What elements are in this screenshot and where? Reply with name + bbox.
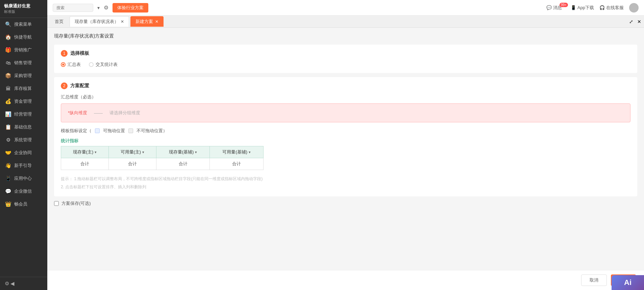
sidebar-menu: 🔍 搜索菜单 🏠 快捷导航 🎁 营销推广 🛍 销售管理 📦 采购管理 🏛 库存核… [0,18,47,277]
template-radio-group: 汇总表 交叉统计表 [61,62,630,68]
dimension-placeholder[interactable]: 请选择分组维度 [109,110,140,116]
purchase-icon: 📦 [5,73,11,79]
sidebar-item-label: 应用中心 [14,175,32,182]
sidebar-logo: 畅康通好生意 标准版 [0,0,47,18]
stats-col-0-label: 现存量(主) [73,149,94,155]
tab-inventory-status-close[interactable]: ✕ [121,19,124,24]
sidebar-item-label: 快捷导航 [14,34,32,40]
sidebar-collapse-icon[interactable]: ◀ [10,281,15,287]
sidebar-settings-icon[interactable]: ⚙ [5,281,9,287]
stats-col-1[interactable]: 可用量(主) ▾ [108,146,156,158]
sidebar-item-wechat[interactable]: 💬 企业微信 [0,185,47,198]
online-service-label: 在线客服 [606,5,624,11]
ai-badge[interactable]: Ai [612,275,644,290]
indicator-movable-label: 可拖动位置 [103,128,125,134]
stats-col-2-dropdown[interactable]: ▾ [195,150,197,154]
cancel-button[interactable]: 取消 [581,274,607,286]
sidebar-item-label: 企业协同 [14,150,32,156]
trial-button[interactable]: 体验行业方案 [113,3,148,13]
step2-num: 2 [61,82,68,89]
sidebar-item-marketing[interactable]: 🎁 营销推广 [0,44,47,56]
system-icon: ⚙ [5,137,11,143]
sidebar-item-new-guide[interactable]: 👋 新手引导 [0,159,47,172]
sidebar-item-quick-nav[interactable]: 🏠 快捷导航 [0,31,47,44]
online-service-badge[interactable]: 🎧 在线客服 [599,5,624,11]
online-service-icon: 🎧 [599,5,605,10]
hint-2: 2. 点击标题栏下拉可设置排序、插入列和删除列 [61,183,630,191]
sidebar-item-label: 销售管理 [14,60,32,66]
page-title: 现存量(库存状况表)方案设置 [54,33,637,39]
messages-badge[interactable]: 💬 消息 99+ [546,5,565,11]
step1-header: 1 选择模板 [61,50,630,57]
member-icon: 👑 [5,201,11,207]
radio-cross[interactable]: 交叉统计表 [89,62,118,68]
topbar-dropdown-icon[interactable]: ▾ [97,5,100,10]
sidebar-item-label: 库存核算 [14,86,32,92]
stats-cell-0: 合计 [61,158,109,170]
sidebar-item-inventory[interactable]: 🏛 库存核算 [0,82,47,95]
sidebar-item-label: 系统管理 [14,137,32,143]
save-plan-row: 方案保存(可选) [54,200,637,207]
tab-maximize-icon[interactable]: ⤢ [629,19,633,24]
summary-dim-label: 汇总维度（必选） [61,94,630,100]
sidebar-item-sales[interactable]: 🛍 销售管理 [0,56,47,69]
topbar: ▾ ⚙ 体验行业方案 💬 消息 99+ 📱 App下载 🎧 在线客服 [47,0,644,16]
save-plan-label: 方案保存(可选) [61,200,91,207]
radio-cross-label: 交叉统计表 [96,62,118,68]
ai-badge-label: Ai [624,278,631,287]
tab-close-all-icon[interactable]: ✕ [637,19,641,24]
stats-col-1-dropdown[interactable]: ▾ [142,150,144,154]
save-plan-checkbox[interactable] [54,201,59,206]
sidebar-item-search-menu[interactable]: 🔍 搜索菜单 [0,18,47,31]
tab-new-plan[interactable]: 新建方案 ✕ [130,16,164,27]
topbar-settings-icon[interactable]: ⚙ [104,4,108,11]
stats-col-3-dropdown[interactable]: ▾ [249,150,251,154]
page-content: 现存量(库存状况表)方案设置 1 选择模板 汇总表 交叉统计表 2 [47,28,644,270]
stats-col-3[interactable]: 可用量(基辅) ▾ [210,146,264,158]
topbar-search-input[interactable] [53,4,93,12]
sidebar-item-finance[interactable]: 💰 资金管理 [0,95,47,108]
tab-inventory-status-label: 现存量（库存状况表） [75,19,119,25]
finance-icon: 💰 [5,98,11,104]
tabs-bar: 首页 现存量（库存状况表） ✕ 新建方案 ✕ ⤢ ✕ [47,16,644,28]
stats-cell-1: 合计 [108,158,156,170]
tab-inventory-status[interactable]: 现存量（库存状况表） ✕ [70,16,129,27]
dimension-dash: —— [94,111,103,116]
sidebar-item-enterprise[interactable]: 🤝 企业协同 [0,146,47,159]
sidebar-item-base-info[interactable]: 📋 基础信息 [0,121,47,134]
stats-col-0[interactable]: 现存量(主) ▾ [61,146,109,158]
sidebar-item-label: 新手引导 [14,163,32,169]
sidebar-item-app-center[interactable]: 📱 应用中心 [0,172,47,185]
enterprise-icon: 🤝 [5,150,11,156]
stats-col-2[interactable]: 现存量(基辅) ▾ [156,146,210,158]
base-info-icon: 📋 [5,124,11,130]
step1-num: 1 [61,50,68,57]
quick-nav-icon: 🏠 [5,34,11,40]
sidebar-item-member[interactable]: 👑 畅会员 [0,198,47,211]
app-center-icon: 📱 [5,175,11,182]
radio-cross-dot [89,62,94,67]
indicator-setting-label: 模板指标设定（ [61,128,92,134]
tab-home[interactable]: 首页 [50,17,68,27]
user-avatar[interactable] [629,3,639,13]
step2-label: 方案配置 [70,83,89,89]
sidebar-item-operations[interactable]: 📊 经营管理 [0,108,47,121]
sidebar-item-purchase[interactable]: 📦 采购管理 [0,69,47,82]
stats-col-1-label: 可用量(主) [121,149,141,155]
step1-section: 1 选择模板 汇总表 交叉统计表 [54,45,637,73]
stats-col-0-dropdown[interactable]: ▾ [95,150,97,154]
stats-col-3-label: 可用量(基辅) [222,149,247,155]
sidebar-item-system[interactable]: ⚙ 系统管理 [0,134,47,146]
wechat-icon: 💬 [5,188,11,194]
tab-new-plan-close[interactable]: ✕ [155,19,158,24]
sidebar-bottom: ⚙ ◀ [0,277,47,290]
sidebar-item-label: 搜索菜单 [14,21,32,27]
app-download-badge[interactable]: 📱 App下载 [571,5,594,11]
inventory-icon: 🏛 [5,86,11,91]
radio-summary[interactable]: 汇总表 [61,62,81,68]
dimension-area: *纵向维度 —— 请选择分组维度 [61,103,630,122]
sidebar-item-label: 企业微信 [14,188,32,194]
sidebar-item-label: 采购管理 [14,73,32,79]
tab-new-plan-label: 新建方案 [135,19,153,25]
sidebar-item-label: 资金管理 [14,98,32,104]
